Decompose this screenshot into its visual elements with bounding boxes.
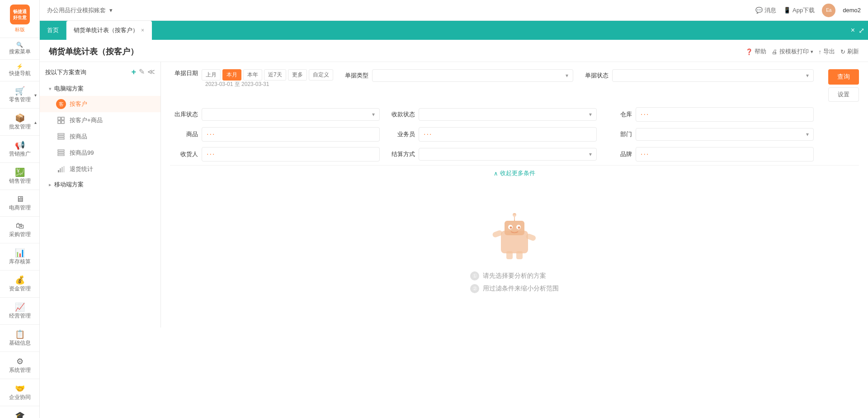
sidebar-item-enterprise[interactable]: 🤝 企业协同	[0, 379, 39, 406]
doc-type-arrow-icon: ▾	[566, 72, 568, 79]
tree-item-label: 电脑端方案	[54, 85, 84, 93]
tab-close-all-button[interactable]: ×	[851, 26, 855, 34]
collapse-filter-button[interactable]: ∧ 收起更多条件	[170, 165, 859, 181]
empty-tip-2: ② 用过滤条件来缩小分析范围	[470, 284, 559, 293]
svg-rect-8	[58, 152, 64, 153]
collapse-panel-button[interactable]: ≪	[147, 67, 155, 77]
left-panel-title: 按以下方案查询	[45, 68, 86, 76]
page-actions: ❓ 帮助 🖨 按模板打印 ▾ ↑ 导出 ↻ 刷新	[745, 48, 859, 56]
date-this-month-button[interactable]: 本月	[222, 69, 241, 81]
warehouse-select[interactable]: ···	[636, 107, 814, 122]
page-inner: 销货单统计表（按客户） ❓ 帮助 🖨 按模板打印 ▾ ↑ 导出	[40, 40, 868, 418]
dept-label: 部门	[604, 130, 636, 138]
svg-rect-13	[63, 166, 65, 172]
sidebar-item-system[interactable]: ⚙ 系统管理	[0, 352, 39, 379]
purchase-icon: 🛍	[16, 221, 24, 231]
sidebar-item-basic[interactable]: 📋 基础信息	[0, 325, 39, 352]
right-panel: 单据日期 上月 本月 本年 近7天 更多 自定义	[161, 62, 868, 328]
sidebar-logo[interactable]: 畅捷通好生意 标版	[0, 0, 39, 38]
tab-sales-stat[interactable]: 销货单统计表（按客户） ×	[66, 21, 152, 40]
date-custom-button[interactable]: 自定义	[309, 69, 333, 81]
sidebar-inventory-label: 库存核算	[9, 258, 31, 266]
tab-close-icon[interactable]: ×	[141, 27, 144, 33]
tab-home[interactable]: 首页	[40, 21, 66, 40]
receipt-status-select[interactable]: ▾	[419, 108, 597, 121]
doc-type-select[interactable]: ▾	[372, 69, 574, 82]
doc-status-select[interactable]: ▾	[612, 69, 814, 82]
avatar-text: Ea	[826, 8, 831, 13]
empty-state: ① 请先选择要分析的方案 ② 用过滤条件来缩小分析范围	[170, 181, 859, 320]
date-last-7-days-button[interactable]: 近7天	[264, 69, 286, 81]
sidebar-item-finance[interactable]: 💰 资金管理	[0, 271, 39, 298]
app-download-button[interactable]: 📱 App下载	[783, 6, 815, 14]
settlement-arrow-icon: ▾	[589, 151, 592, 157]
by-customer-icon: 客	[56, 99, 66, 109]
svg-rect-1	[61, 117, 64, 120]
username-label[interactable]: demo2	[843, 7, 861, 14]
goods-select[interactable]: ···	[202, 127, 380, 142]
help-button[interactable]: ❓ 帮助	[745, 48, 766, 56]
tip-2-num: ②	[470, 284, 479, 293]
dept-select[interactable]: ▾	[636, 128, 814, 141]
settlement-label: 结算方式	[387, 150, 419, 158]
query-buttons: 查询 设置	[828, 69, 859, 102]
header-left: 办公用品行业模拟账套 ▾	[47, 6, 113, 14]
sidebar-item-wholesale[interactable]: 📦 批发管理 ▴	[0, 109, 39, 136]
breadcrumb-arrow[interactable]: ▾	[109, 7, 113, 14]
dept-arrow-icon: ▾	[806, 131, 809, 138]
date-last-month-button[interactable]: 上月	[202, 69, 221, 81]
sidebar-enterprise-label: 企业协同	[9, 394, 31, 401]
sidebar-item-sales[interactable]: 💹 销售管理	[0, 163, 39, 190]
tree-subitem-return-stat[interactable]: 退货统计	[40, 161, 160, 177]
brand-select[interactable]: ···	[636, 147, 814, 162]
print-arrow-icon: ▾	[811, 49, 813, 55]
avatar[interactable]: Ea	[822, 4, 835, 17]
left-panel: 按以下方案查询 + ✎ ≪ ▾ 电脑端方案 客 按客户	[40, 62, 161, 328]
date-more-button[interactable]: 更多	[288, 69, 307, 81]
salesperson-select[interactable]: ···	[419, 127, 597, 142]
query-button[interactable]: 查询	[828, 69, 859, 85]
tree-subitem-by-goods-99[interactable]: 按商品99	[40, 145, 160, 161]
sidebar-basic-label: 基础信息	[9, 339, 31, 347]
sidebar-item-ecommerce[interactable]: 🖥 电商管理	[0, 190, 39, 217]
retail-arrow-icon: ▾	[34, 92, 37, 97]
tree-subitem-by-customer[interactable]: 客 按客户	[40, 96, 160, 112]
sidebar-shortcut-label: 快捷导航	[9, 70, 31, 77]
date-this-year-button[interactable]: 本年	[243, 69, 262, 81]
settlement-select[interactable]: ▾	[419, 148, 597, 161]
salesperson-label: 业务员	[387, 130, 419, 138]
sidebar-item-search[interactable]: 🔍 搜索菜单	[0, 38, 39, 60]
enterprise-icon: 🤝	[15, 384, 25, 394]
tree-item-desktop[interactable]: ▾ 电脑端方案	[40, 81, 160, 96]
receiver-label: 收货人	[170, 150, 202, 158]
out-status-select[interactable]: ▾	[202, 108, 380, 121]
svg-rect-23	[516, 251, 523, 259]
tree-subitem-by-goods[interactable]: 按商品	[40, 128, 160, 145]
refresh-button[interactable]: ↻ 刷新	[840, 48, 859, 56]
sidebar-item-newbie[interactable]: 🎓 新手引导	[0, 406, 39, 418]
add-scheme-button[interactable]: +	[131, 67, 136, 77]
sidebar-operations-label: 经营管理	[9, 312, 31, 320]
wholesale-icon: 📦	[15, 113, 25, 123]
tree-subitem-by-customer-goods[interactable]: 按客户+商品	[40, 112, 160, 128]
sidebar-item-inventory[interactable]: 📊 库存核算	[0, 243, 39, 271]
page-header: 销货单统计表（按客户） ❓ 帮助 🖨 按模板打印 ▾ ↑ 导出	[40, 40, 868, 62]
export-button[interactable]: ↑ 导出	[819, 48, 835, 56]
sidebar-item-marketing[interactable]: 📢 营销推广	[0, 136, 39, 163]
edit-scheme-button[interactable]: ✎	[139, 67, 145, 77]
receiver-select[interactable]: ···	[202, 147, 380, 162]
sidebar-item-purchase[interactable]: 🛍 采购管理	[0, 217, 39, 243]
print-button[interactable]: 🖨 按模板打印 ▾	[772, 48, 813, 56]
print-label: 按模板打印	[779, 48, 809, 56]
breadcrumb: 办公用品行业模拟账套	[47, 6, 106, 14]
sidebar-item-operations[interactable]: 📈 经营管理	[0, 298, 39, 325]
tree-item-mobile[interactable]: ▸ 移动端方案	[40, 177, 160, 192]
tab-restore-button[interactable]: ⤢	[859, 26, 864, 35]
sidebar-item-retail[interactable]: 🛒 零售管理 ▾	[0, 81, 39, 109]
date-label: 单据日期	[170, 69, 202, 77]
message-button[interactable]: 💬 消息	[755, 6, 776, 14]
logo-icon: 畅捷通好生意	[10, 5, 30, 24]
sidebar-item-shortcut[interactable]: ⚡ 快捷导航	[0, 60, 39, 81]
settings-button[interactable]: 设置	[828, 87, 859, 102]
by-goods-99-icon	[56, 148, 66, 158]
